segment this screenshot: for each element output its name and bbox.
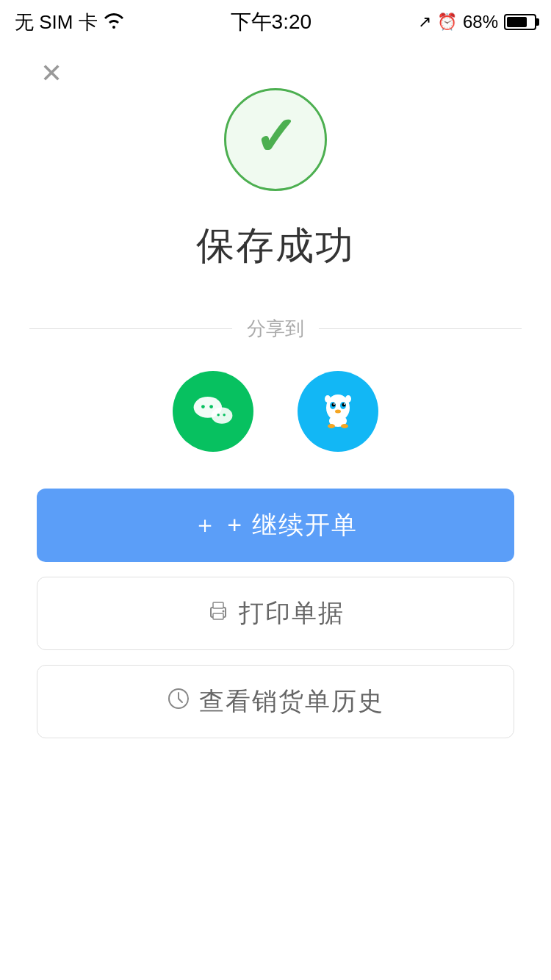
- history-icon: [167, 687, 190, 716]
- share-label: 分享到: [232, 316, 319, 342]
- svg-point-18: [345, 395, 351, 403]
- close-icon: ✕: [40, 60, 62, 87]
- share-section: 分享到: [0, 316, 551, 452]
- qq-share-button[interactable]: [298, 371, 378, 452]
- share-icons-row: [173, 371, 378, 452]
- svg-point-17: [325, 395, 331, 403]
- share-divider: 分享到: [0, 316, 551, 342]
- status-bar: 无 SIM 卡 下午3:20 ↗ ⏰ 68%: [0, 0, 551, 44]
- checkmark-icon: ✓: [253, 110, 298, 163]
- wifi-icon: [104, 11, 124, 34]
- svg-rect-21: [213, 602, 223, 608]
- status-left: 无 SIM 卡: [15, 10, 124, 35]
- printer-icon: [206, 599, 230, 628]
- close-button[interactable]: ✕: [29, 51, 73, 96]
- wechat-share-button[interactable]: [173, 371, 253, 452]
- print-label: 打印单据: [239, 597, 345, 630]
- print-button[interactable]: 打印单据: [37, 577, 514, 650]
- svg-point-12: [344, 403, 345, 405]
- svg-point-4: [217, 414, 220, 417]
- svg-point-15: [328, 424, 335, 428]
- plus-icon: ＋: [193, 509, 218, 541]
- svg-point-22: [223, 610, 225, 613]
- svg-point-1: [212, 407, 233, 423]
- wechat-icon: [192, 391, 234, 432]
- action-buttons: ＋ + 继续开单 打印单据 查看销货单历史: [37, 489, 514, 738]
- battery-percentage: 68%: [463, 12, 498, 32]
- location-icon: ↗: [418, 12, 431, 32]
- qq-icon: [315, 389, 361, 434]
- alarm-icon: ⏰: [437, 12, 457, 32]
- status-right: ↗ ⏰ 68%: [418, 12, 536, 32]
- success-title: 保存成功: [196, 220, 355, 272]
- svg-point-2: [201, 405, 205, 408]
- time-display: 下午3:20: [231, 8, 312, 36]
- battery-bar: [504, 14, 536, 30]
- continue-order-label: + 继续开单: [227, 508, 357, 542]
- success-icon-circle: ✓: [224, 88, 327, 191]
- continue-order-button[interactable]: ＋ + 继续开单: [37, 489, 514, 562]
- svg-point-3: [209, 405, 213, 408]
- svg-point-11: [334, 403, 335, 405]
- svg-point-16: [341, 424, 348, 428]
- carrier-text: 无 SIM 卡: [15, 10, 98, 35]
- svg-point-13: [335, 410, 341, 414]
- divider-left: [29, 328, 232, 329]
- svg-point-9: [332, 403, 336, 407]
- divider-right: [319, 328, 522, 329]
- view-history-button[interactable]: 查看销货单历史: [37, 665, 514, 738]
- svg-rect-20: [213, 613, 223, 619]
- history-label: 查看销货单历史: [199, 685, 384, 718]
- svg-point-10: [342, 403, 346, 407]
- main-content: ✓ 保存成功 分享到: [0, 44, 551, 738]
- svg-point-5: [223, 414, 226, 417]
